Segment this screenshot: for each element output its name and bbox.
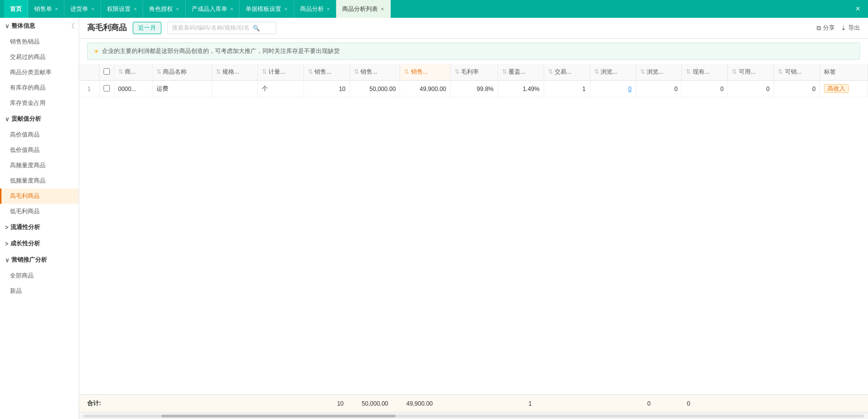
scroll-thumb[interactable] bbox=[161, 415, 396, 418]
period-button[interactable]: 近一月 bbox=[133, 22, 161, 34]
nav-tab-perm[interactable]: 权限设置 × bbox=[101, 0, 143, 18]
select-all-checkbox[interactable] bbox=[103, 68, 110, 75]
nav-tab-label: 产成品入库单 bbox=[192, 5, 227, 13]
close-icon[interactable]: × bbox=[91, 6, 94, 12]
col-code: ⇅ 商... bbox=[114, 64, 153, 81]
sidebar-group-growth[interactable]: > 成长性分析 bbox=[0, 235, 79, 252]
tag-badge: 高收入 bbox=[824, 84, 849, 93]
search-icon[interactable]: 🔍 bbox=[253, 25, 260, 32]
sidebar-item-low-value[interactable]: 低价值商品 bbox=[0, 142, 79, 158]
col-sort-icon[interactable]: ⇅ bbox=[686, 68, 691, 75]
col-tag: 标签 bbox=[820, 64, 868, 81]
sidebar-item-high-margin[interactable]: 高毛利商品 bbox=[0, 188, 79, 204]
col-browse1: ⇅ 浏览... bbox=[590, 64, 636, 81]
chevron-down-icon: ∨ bbox=[5, 116, 9, 123]
sidebar-group-whole-info[interactable]: ∨ 整体信息 bbox=[0, 18, 79, 34]
cell-unit: 个 bbox=[257, 81, 304, 97]
sidebar-item-hot-sales[interactable]: 销售热销品 bbox=[0, 34, 79, 49]
sidebar-group-label: 成长性分析 bbox=[10, 239, 40, 248]
footer-sales-amt: 50,000.00 bbox=[344, 400, 388, 407]
footer-sales-qty: 10 bbox=[304, 400, 344, 407]
tip-icon: ☀ bbox=[94, 48, 99, 55]
close-icon[interactable]: × bbox=[284, 6, 287, 12]
cell-seq: 1 bbox=[79, 81, 99, 97]
nav-tab-label: 首页 bbox=[10, 5, 22, 13]
col-sort-icon[interactable]: ⇅ bbox=[308, 68, 313, 75]
cell-code: 0000... bbox=[114, 81, 153, 97]
nav-tab-label: 权限设置 bbox=[107, 5, 131, 13]
nav-tab-label: 进货单 bbox=[70, 5, 88, 13]
close-icon[interactable]: × bbox=[134, 6, 137, 12]
col-sort-icon[interactable]: ⇅ bbox=[262, 68, 267, 75]
nav-tab-analysis-list[interactable]: 商品分析列表 × bbox=[336, 0, 390, 18]
sidebar-group-financial[interactable]: ∨ 贡献值分析 bbox=[0, 111, 79, 127]
nav-tab-label: 销售单 bbox=[34, 5, 52, 13]
nav-tab-label: 单据模板设置 bbox=[246, 5, 281, 13]
export-button[interactable]: ⇣ 导出 bbox=[841, 24, 860, 32]
close-icon[interactable]: × bbox=[327, 6, 330, 12]
col-sort-icon[interactable]: ⇅ bbox=[404, 68, 409, 75]
cell-sales-qty: 10 bbox=[304, 81, 350, 97]
sidebar-item-in-stock[interactable]: 有库存的商品 bbox=[0, 80, 79, 95]
content-area: 高毛利商品 近一月 搜索条码/编码/名称/规格/别名 🔍 ⧉ 分享 ⇣ 导出 bbox=[79, 18, 868, 419]
close-icon[interactable]: × bbox=[176, 6, 179, 12]
cell-tag: 高收入 bbox=[820, 81, 868, 97]
sidebar-group-marketing[interactable]: ∨ 营销推广分析 bbox=[0, 252, 79, 268]
col-check[interactable] bbox=[99, 64, 114, 81]
row-checkbox[interactable] bbox=[103, 85, 110, 92]
sidebar-item-all-goods[interactable]: 全部商品 bbox=[0, 268, 79, 283]
share-button[interactable]: ⧉ 分享 bbox=[817, 24, 835, 32]
table-container: ⇅ 商... ⇅ 商品名称 ⇅ 规格... bbox=[79, 64, 868, 394]
sidebar-item-high-value[interactable]: 高价值商品 bbox=[0, 127, 79, 142]
col-sort-icon[interactable]: ⇅ bbox=[640, 68, 645, 75]
cell-check[interactable] bbox=[99, 81, 114, 97]
sidebar-item-new-goods[interactable]: 新品 bbox=[0, 283, 79, 299]
col-sort-icon[interactable]: ⇅ bbox=[354, 68, 359, 75]
nav-tab-home[interactable]: 首页 bbox=[4, 0, 28, 18]
sidebar-group-label: 整体信息 bbox=[11, 22, 35, 30]
nav-tab-inbound[interactable]: 产成品入库单 × bbox=[186, 0, 240, 18]
col-seq bbox=[79, 64, 99, 81]
cell-saleable: 0 bbox=[774, 81, 820, 97]
col-sales-amt: ⇅ 销售... bbox=[350, 64, 400, 81]
nav-tab-label: 商品分析列表 bbox=[342, 5, 378, 13]
footer-available: 0 bbox=[651, 400, 690, 407]
col-trade: ⇅ 交易... bbox=[544, 64, 590, 81]
horizontal-scrollbar[interactable] bbox=[79, 412, 868, 419]
nav-tab-sales[interactable]: 销售单 × bbox=[28, 0, 64, 18]
sidebar-collapse-button[interactable]: 《 bbox=[68, 22, 75, 31]
col-sort-icon[interactable]: ⇅ bbox=[778, 68, 783, 75]
sidebar-item-stock-occupy[interactable]: 库存资金占用 bbox=[0, 95, 79, 111]
col-sort-icon[interactable]: ⇅ bbox=[502, 68, 507, 75]
sidebar-item-low-freq[interactable]: 低频量度商品 bbox=[0, 173, 79, 188]
cell-sales-amt: 50,000.00 bbox=[350, 81, 400, 97]
col-sort-icon[interactable]: ⇅ bbox=[732, 68, 737, 75]
close-icon[interactable]: × bbox=[381, 6, 384, 12]
sidebar-item-low-margin[interactable]: 低毛利商品 bbox=[0, 204, 79, 219]
col-sort-icon[interactable]: ⇅ bbox=[216, 68, 221, 75]
search-placeholder-text: 搜索条码/编码/名称/规格/别名 bbox=[172, 24, 250, 32]
close-icon[interactable]: × bbox=[230, 6, 233, 12]
col-sort-icon[interactable]: ⇅ bbox=[118, 68, 123, 75]
col-sort-icon[interactable]: ⇅ bbox=[548, 68, 553, 75]
nav-tab-role[interactable]: 角色授权 × bbox=[143, 0, 185, 18]
cell-available: 0 bbox=[728, 81, 774, 97]
nav-tab-purchase[interactable]: 进货单 × bbox=[64, 0, 101, 18]
col-sort-icon[interactable]: ⇅ bbox=[594, 68, 599, 75]
share-icon: ⧉ bbox=[817, 24, 821, 32]
sidebar-item-high-freq[interactable]: 高频量度商品 bbox=[0, 158, 79, 173]
nav-tab-analysis[interactable]: 商品分析 × bbox=[294, 0, 336, 18]
table-row: 1 0000... 运费 bbox=[79, 81, 868, 97]
nav-tab-template[interactable]: 单据模板设置 × bbox=[240, 0, 294, 18]
col-sort-icon[interactable]: ⇅ bbox=[455, 68, 460, 75]
tip-bar: ☀ 企业的主要的利润都是这部分商品创造的，可考虑加大推广，同时关注库存是不要出现… bbox=[87, 43, 860, 60]
col-sort-icon[interactable]: ⇅ bbox=[156, 68, 161, 75]
sidebar-group-trend[interactable]: > 流通性分析 bbox=[0, 219, 79, 235]
sidebar-item-contrib-rate[interactable]: 商品分类贡献率 bbox=[0, 65, 79, 80]
sidebar-item-traded[interactable]: 交易过的商品 bbox=[0, 49, 79, 65]
search-box[interactable]: 搜索条码/编码/名称/规格/别名 🔍 bbox=[167, 22, 276, 34]
window-close-button[interactable]: × bbox=[852, 4, 864, 13]
cell-browse1[interactable]: 0 bbox=[590, 81, 636, 97]
close-icon[interactable]: × bbox=[55, 6, 58, 12]
scroll-track[interactable] bbox=[83, 415, 864, 418]
